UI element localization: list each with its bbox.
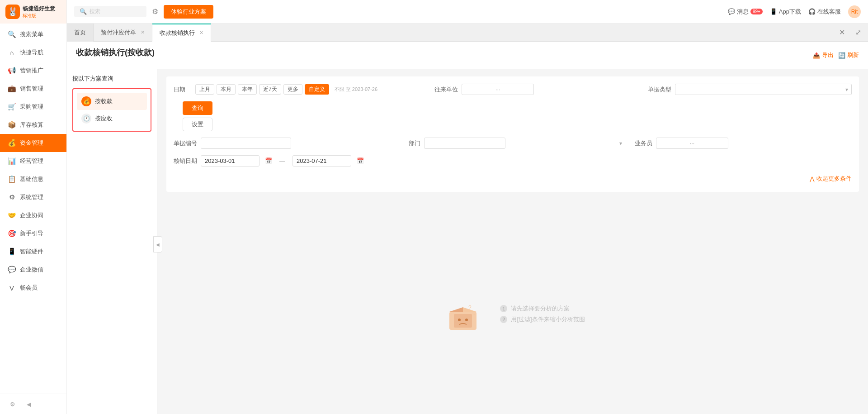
sidebar-item-enterprise[interactable]: 🤝企业协同 — [0, 206, 66, 224]
online-service-btn[interactable]: 🎧 在线客服 — [808, 8, 841, 16]
sidebar-item-wechat[interactable]: 💬企业微信 — [0, 261, 66, 279]
empty-text-area: 1 请先选择要分析的方案 2 用[过滤]条件来缩小分析范围 — [500, 305, 585, 324]
export-icon: 📤 — [813, 52, 820, 59]
svg-marker-1 — [449, 307, 463, 312]
date-btn-more[interactable]: 更多 — [283, 84, 302, 95]
sidebar: 🐰 畅捷通好生意 标准版 🔍搜索菜单⌂快捷导航📢营销推广💼销售管理🛒采购管理📦库… — [0, 0, 67, 414]
industry-solution-btn[interactable]: 休验行业方案 — [164, 5, 213, 19]
search-icon: 🔍 — [80, 8, 87, 15]
prepay-tab-close[interactable]: ✕ — [141, 29, 145, 35]
sidebar-collapse-icon[interactable]: ◀ — [24, 399, 34, 409]
tab-home[interactable]: 首页 — [67, 24, 94, 42]
sidebar-item-basics[interactable]: 📋基础信息 — [0, 170, 66, 188]
dept-filter: 部门 — [400, 138, 626, 149]
settings-btn[interactable]: 设置 — [183, 118, 212, 131]
app-icon: 📱 — [770, 8, 777, 15]
sidebar-item-system[interactable]: ⚙系统管理 — [0, 188, 66, 206]
verify-date-start-calendar[interactable]: 📅 — [265, 157, 272, 164]
collection-tab-close[interactable]: ✕ — [199, 30, 203, 36]
counterpart-label: 往来单位 — [434, 86, 458, 94]
sidebar-item-search[interactable]: 🔍搜索菜单 — [0, 25, 66, 43]
topbar-search[interactable]: 🔍 搜索 — [74, 6, 146, 17]
verify-date-start[interactable] — [201, 155, 259, 167]
tab-expand-btn[interactable]: ⤢ — [852, 26, 864, 39]
sidebar-item-marketing[interactable]: 📢营销推广 — [0, 62, 66, 80]
export-btn[interactable]: 📤 导出 — [813, 51, 834, 59]
empty-step1: 1 请先选择要分析的方案 — [500, 305, 570, 313]
collapse-filter-btn[interactable]: ⋀ 收起更多条件 — [810, 173, 852, 185]
staff-label: 业务员 — [635, 139, 652, 148]
date-btn-custom[interactable]: 自定义 — [305, 84, 329, 95]
sales-icon: 💼 — [7, 84, 16, 93]
guide-label: 新手引导 — [20, 229, 43, 238]
topbar: 🔍 搜索 ⚙ 休验行业方案 💬 消息 99+ 📱 App下载 🎧 在线客服 Ri… — [67, 0, 868, 24]
logo-name: 畅捷通好生意 — [23, 5, 55, 13]
sidebar-item-member[interactable]: V畅会员 — [0, 279, 66, 297]
date-btn-this-month[interactable]: 本月 — [217, 84, 236, 95]
system-icon: ⚙ — [7, 193, 16, 202]
verify-date-filter: 核销日期 📅 — 📅 — [174, 155, 852, 167]
content-area: 按以下方案查询 💰 按收款 🕐 按应收 ◀ — [67, 69, 868, 414]
date-hint: 不限 至 2023-07-26 — [335, 86, 377, 93]
message-btn[interactable]: 💬 消息 99+ — [728, 8, 763, 16]
basics-icon: 📋 — [7, 175, 16, 184]
left-panel-collapse-btn[interactable]: ◀ — [153, 236, 162, 252]
empty-svg: ? ~ — [440, 294, 486, 334]
query-by-receivable[interactable]: 🕐 按应收 — [77, 110, 147, 127]
sales-label: 销售管理 — [20, 85, 43, 93]
purchase-label: 采购管理 — [20, 103, 43, 111]
member-label: 畅会员 — [20, 284, 38, 292]
user-avatar[interactable]: Rit — [848, 5, 861, 18]
tab-prepay[interactable]: 预付冲应付单 ✕ — [94, 24, 152, 42]
inventory-label: 库存核算 — [20, 121, 43, 129]
sidebar-item-purchase[interactable]: 🛒采购管理 — [0, 98, 66, 116]
tab-collection[interactable]: 收款核销执行 ✕ — [152, 24, 211, 42]
empty-state: ? ~ 1 请先选择要分析的方案 2 用[ — [166, 197, 859, 412]
sidebar-item-operations[interactable]: 📊经营管理 — [0, 152, 66, 170]
enterprise-icon: 🤝 — [7, 211, 16, 220]
marketing-label: 营销推广 — [20, 67, 43, 75]
app-download-btn[interactable]: 📱 App下载 — [770, 8, 801, 16]
sidebar-item-quicknav[interactable]: ⌂快捷导航 — [0, 43, 66, 62]
svg-text:?: ? — [468, 305, 472, 311]
sidebar-settings-icon[interactable]: ⚙ — [7, 399, 18, 409]
sidebar-item-sales[interactable]: 💼销售管理 — [0, 80, 66, 98]
guide-icon: 🎯 — [7, 229, 16, 238]
staff-input[interactable]: ··· — [656, 138, 728, 149]
verify-date-end[interactable] — [292, 155, 351, 167]
query-btn[interactable]: 查询 — [183, 101, 212, 115]
date-btn-7days[interactable]: 近7天 — [259, 84, 281, 95]
step1-num: 1 — [500, 305, 507, 312]
sidebar-item-finance[interactable]: 💰资金管理 — [0, 134, 66, 152]
right-content: 日期 上月 本月 本年 近7天 更多 自定义 不限 至 2023-07-26 — [157, 69, 868, 414]
collapse-label: 收起更多条件 — [816, 175, 852, 183]
dept-select[interactable] — [424, 138, 505, 149]
doctype-select[interactable] — [675, 84, 852, 95]
query-by-receipt[interactable]: 💰 按收款 — [77, 93, 147, 110]
basics-label: 基础信息 — [20, 175, 43, 183]
empty-step2: 2 用[过滤]条件来缩小分析范围 — [500, 315, 585, 324]
quicknav-label: 快捷导航 — [20, 48, 43, 57]
svg-rect-3 — [454, 314, 472, 328]
counterpart-input[interactable]: ··· — [462, 84, 534, 95]
home-tab-label: 首页 — [74, 29, 86, 37]
sidebar-item-guide[interactable]: 🎯新手引导 — [0, 224, 66, 243]
date-btn-this-year[interactable]: 本年 — [238, 84, 257, 95]
verify-date-label: 核销日期 — [174, 157, 197, 165]
verify-date-end-calendar[interactable]: 📅 — [357, 157, 364, 164]
sidebar-item-hardware[interactable]: 📱智能硬件 — [0, 243, 66, 261]
topbar-settings-icon[interactable]: ⚙ — [152, 7, 158, 16]
refresh-btn[interactable]: 🔄 刷新 — [838, 51, 859, 59]
docno-label: 单据编号 — [174, 139, 197, 148]
date-btn-last-month[interactable]: 上月 — [195, 84, 214, 95]
message-badge: 99+ — [750, 9, 763, 14]
receipt-label: 按收款 — [95, 97, 113, 105]
step1-text: 请先选择要分析的方案 — [511, 305, 570, 313]
sidebar-logo: 🐰 畅捷通好生意 标准版 — [0, 0, 66, 24]
page-header: 收款核销执行(按收款) 📤 导出 🔄 刷新 — [67, 42, 868, 69]
hardware-icon: 📱 — [7, 247, 16, 256]
docno-input[interactable] — [201, 138, 291, 149]
empty-illustration: ? ~ — [440, 294, 486, 334]
sidebar-item-inventory[interactable]: 📦库存核算 — [0, 116, 66, 134]
tab-close-all-btn[interactable]: ✕ — [835, 26, 848, 39]
